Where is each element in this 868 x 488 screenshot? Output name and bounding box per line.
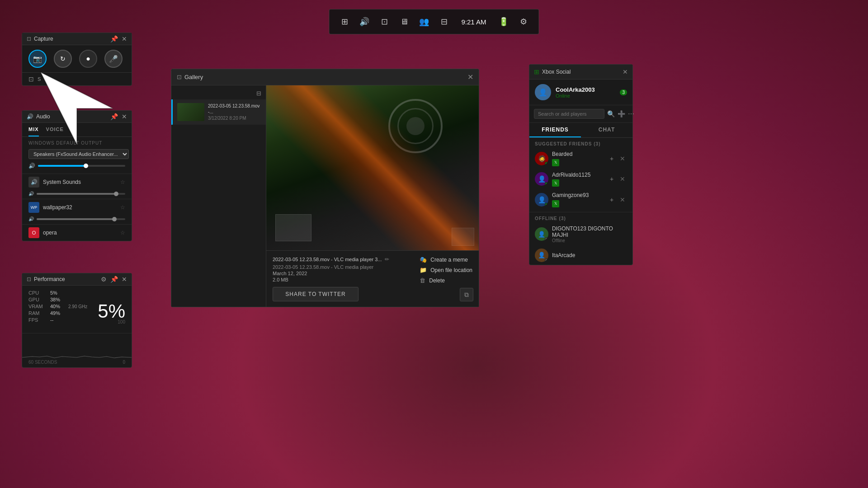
gallery-info-actions: 2022-03-05 12.23.58.mov - VLC media play… [266,250,479,307]
gallery-edit-icon[interactable]: ✏ [385,256,389,263]
gamepad-icon[interactable]: ⊞ [336,14,353,30]
capture-close-button[interactable]: ✕ [122,36,127,42]
audio-tabs: MIX VOICE [22,123,132,137]
group-taskbar-icon[interactable]: 👥 [416,14,432,30]
audio-widget-header: 🔊 Audio 📌 ✕ [22,111,132,123]
gaming-game-icon: 𝕏 [552,200,559,207]
xbox-add-friend-button[interactable]: ➕ [618,110,625,117]
xbox-username: CoolArka2003 [556,86,595,93]
folder-icon: 📁 [420,267,427,273]
delete-action[interactable]: 🗑 Delete [420,277,472,284]
audio-widget-title: 🔊 Audio [27,113,50,120]
wallpaper32-slider[interactable] [37,218,125,220]
xbox-search-row: 🔍 ➕ ⋯ [529,105,632,123]
xbox-search-button[interactable]: 🔍 [607,110,615,117]
friend-item-adr[interactable]: 👤 AdrRivaldo1125 𝕏 + ✕ [529,169,632,190]
xbox-social-close-button[interactable]: ✕ [623,68,628,75]
capture-pin-button[interactable]: 📌 [110,36,118,42]
capture-buttons-row: 📷 ↻ ● 🎤 [22,45,132,72]
master-volume-slider[interactable] [38,165,125,167]
perf-settings-button[interactable]: ⚙ [101,276,107,282]
monitor-taskbar-icon[interactable]: 🖥 [396,14,412,30]
gallery-thumb-date: 3/12/2022 8:20 PM [208,116,261,121]
gallery-file-info: 2022-03-05 12.23.58.mov - VLC media play… [266,251,413,307]
system-sounds-knob[interactable] [114,192,118,196]
gallery-close-button[interactable]: ✕ [467,73,473,81]
bearded-name: Bearded [552,151,604,157]
audio-close-button[interactable]: ✕ [122,113,127,120]
digonto-name: DIGONTO123 DIGONTO MAJHI [552,225,627,238]
vram-value: 40% [50,304,66,309]
friend-item-gaming[interactable]: 👤 Gamingzone93 𝕏 + ✕ [529,189,632,210]
bearded-status-dot [545,162,548,165]
friend-item-ita[interactable]: 👤 ItaArcade [529,246,632,265]
ita-name: ItaArcade [552,252,627,258]
gaming-actions: + ✕ [607,195,627,204]
audio-output-select[interactable]: Speakers (FxSound Audio Enhancer... [28,149,129,159]
perf-footer: 60 SECONDS 0 [22,360,132,367]
open-location-action[interactable]: 📁 Open file location [420,267,472,273]
gaming-add-button[interactable]: + [607,195,616,204]
ita-status-dot [545,258,548,262]
xbox-more-button[interactable]: ⋯ [628,110,634,117]
adr-info: AdrRivaldo1125 𝕏 [552,172,604,187]
gallery-thumb-name: 2022-03-05 12.23.58.mov -... [208,103,261,115]
refresh-button[interactable]: ↻ [54,50,72,68]
battery-taskbar-icon[interactable]: 🔋 [495,14,512,30]
bearded-actions: + ✕ [607,154,627,163]
avatar-initial: 👤 [538,88,547,97]
master-volume-fill [38,165,86,167]
perf-icon: ⊡ [27,276,31,282]
perf-close-button[interactable]: ✕ [122,276,127,282]
screenshot-button[interactable]: 📷 [28,50,47,68]
system-sounds-slider[interactable] [37,193,125,195]
xbox-social-title: ⊞ Xbox Social [534,68,571,75]
audio-pin-button[interactable]: 📌 [110,113,118,120]
xbox-social-tabs: FRIENDS CHAT [529,123,632,138]
gaming-avatar: 👤 [535,193,548,206]
friend-item-digonto[interactable]: 👤 DIGONTO123 DIGONTO MAJHI Offline [529,223,632,246]
opera-label: opera [43,230,117,236]
create-meme-action[interactable]: 🎭 Create a meme [420,256,472,263]
share-twitter-button[interactable]: SHARE TO TWITTER [273,287,359,301]
gallery-sidebar-view-icon[interactable]: ⊟ [256,90,261,97]
gallery-thumb-item[interactable]: 2022-03-05 12.23.58.mov -... 3/12/2022 8… [171,99,266,125]
tab-friends[interactable]: FRIENDS [529,123,581,137]
gaming-remove-button[interactable]: ✕ [618,195,627,204]
perf-time-label: 60 SECONDS [28,360,57,365]
wallpaper32-knob[interactable] [112,217,117,221]
master-volume-knob[interactable] [84,164,88,168]
layout-taskbar-icon[interactable]: ⊟ [436,14,452,30]
perf-pin-button[interactable]: 📌 [110,276,118,282]
perf-widget-title: ⊡ Performance [27,276,65,282]
tab-voice[interactable]: VOICE [46,123,64,136]
bearded-add-button[interactable]: + [607,154,616,163]
system-sounds-star[interactable]: ☆ [120,179,125,185]
adr-add-button[interactable]: + [607,174,616,183]
ita-info: ItaArcade [552,252,627,258]
capture-taskbar-icon[interactable]: ⊡ [376,14,392,30]
xbox-user-avatar: 👤 [535,84,551,100]
adr-remove-button[interactable]: ✕ [618,174,627,183]
bearded-avatar-icon: 🧔 [538,155,546,162]
cpu-label: CPU [28,290,50,296]
tab-mix[interactable]: MIX [28,123,39,136]
copy-button[interactable]: ⧉ [460,288,473,301]
mic-mute-button[interactable]: 🎤 [104,50,123,68]
tab-chat[interactable]: CHAT [581,123,632,137]
wallpaper32-star[interactable]: ☆ [120,204,125,211]
gallery-file-title-row: 2022-03-05 12.23.58.mov - VLC media play… [273,256,407,263]
cpu-stat-row: CPU 5% [28,290,125,296]
capture-widget-header: ⊡ Capture 📌 ✕ [22,33,132,45]
record-dot-button[interactable]: ● [79,50,97,68]
adr-status-dot [545,182,548,186]
friend-item-bearded[interactable]: 🧔 Bearded 𝕏 + ✕ [529,148,632,169]
adr-actions: + ✕ [607,174,627,183]
gallery-window: ⊡ Gallery ✕ ⊟ 2022-03-05 12.23.58.mov -.… [171,69,479,307]
bearded-remove-button[interactable]: ✕ [618,154,627,163]
opera-star[interactable]: ☆ [120,230,125,236]
settings-taskbar-icon[interactable]: ⚙ [515,14,532,30]
volume-taskbar-icon[interactable]: 🔊 [356,14,373,30]
capture-icon-small: ⊡ [28,75,34,83]
xbox-search-input[interactable] [534,109,604,119]
